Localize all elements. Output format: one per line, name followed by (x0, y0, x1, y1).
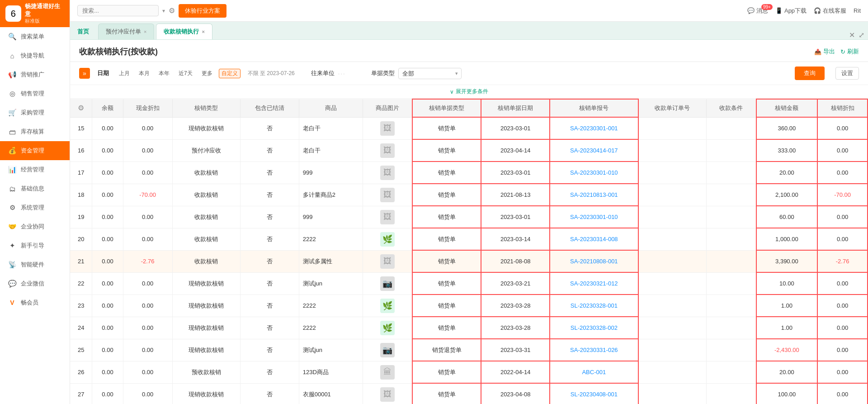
cell-bill-report-date: 2021-08-08 (481, 250, 550, 272)
sidebar-item-enterprise[interactable]: 🤝 企业协同 (0, 217, 70, 236)
cell-writeoff-amount: 100.00 (756, 383, 818, 404)
sidebar-item-marketing[interactable]: 📢 营销推广 (0, 65, 70, 84)
table-row: 15 0.00 0.00 现销收款核销 否 老白干 🖼 销货单 2023-03-… (70, 117, 868, 139)
cell-bill-report-no[interactable]: SL-20230328-002 (550, 317, 638, 339)
sidebar-item-guide[interactable]: ✦ 新手引导 (0, 236, 70, 255)
sidebar-item-finance[interactable]: 💰 资金管理 (0, 141, 70, 160)
cell-bill-report-no[interactable]: SA-20210808-001 (550, 250, 638, 272)
message-icon: 💬 (747, 7, 755, 14)
message-badge[interactable]: 💬 消息 99+ (747, 7, 768, 15)
col-settings[interactable]: ⚙ (70, 99, 92, 117)
sidebar-item-label: 库存核算 (21, 128, 44, 136)
cell-product-img: 🌿 (363, 295, 412, 317)
cell-balance: 0.00 (92, 295, 123, 317)
sidebar-item-basic[interactable]: 🗂 基础信息 (0, 179, 70, 198)
date-more[interactable]: 更多 (199, 69, 215, 78)
tab-home[interactable]: 首页 (70, 24, 96, 39)
cell-receipt-condition (707, 317, 756, 339)
cell-writeoff-type: 现销收款核销 (172, 339, 240, 361)
cell-bill-report-no[interactable]: ABC-001 (550, 361, 638, 383)
date-this-year[interactable]: 本年 (156, 69, 172, 78)
cell-bill-report-no[interactable]: SA-20230301-001 (550, 117, 638, 139)
export-button[interactable]: 📤 导出 (814, 48, 835, 56)
cell-bill-report-date: 2023-03-31 (481, 339, 550, 361)
cell-include-cleared: 否 (240, 139, 299, 162)
cell-bill-report-no[interactable]: SA-20230301-010 (550, 206, 638, 228)
date-custom[interactable]: 自定义 (219, 69, 241, 78)
tab-prepay-close[interactable]: × (144, 29, 146, 34)
sidebar-item-label: 企业协同 (21, 223, 44, 231)
sidebar-item-shortcut[interactable]: ⌂ 快捷导航 (0, 46, 70, 65)
date-7days[interactable]: 近7天 (176, 69, 195, 78)
query-button[interactable]: 查询 (795, 67, 825, 80)
cell-bill-report-no[interactable]: SA-20230331-026 (550, 339, 638, 361)
cell-receipt-condition (707, 339, 756, 361)
sidebar-item-wechat[interactable]: 💬 企业微信 (0, 274, 70, 293)
cell-receipt-condition (707, 295, 756, 317)
table-settings-icon[interactable]: ⚙ (78, 104, 84, 112)
dropdown-icon[interactable]: ▾ (162, 8, 165, 14)
tab-writeoff[interactable]: 收款核销执行 × (156, 24, 212, 39)
tab-writeoff-close[interactable]: × (202, 29, 204, 34)
sidebar-item-search[interactable]: 🔍 搜索菜单 (0, 27, 70, 46)
bill-type-select[interactable]: 全部 销货单 销货退货单 (398, 68, 462, 79)
cell-bill-report-type: 销货单 (412, 317, 481, 339)
product-image: 🏛 (380, 365, 395, 380)
cell-product: 测试jun (299, 272, 363, 295)
system-icon: ⚙ (8, 204, 16, 212)
user-label[interactable]: Rit (854, 7, 861, 14)
sidebar-item-business[interactable]: 📊 经营管理 (0, 160, 70, 179)
cell-bill-report-no[interactable]: SL-20230408-001 (550, 383, 638, 404)
tab-close-all-icon[interactable]: ✕ (849, 31, 855, 39)
refresh-button[interactable]: ↻ 刷新 (840, 48, 859, 56)
cell-include-cleared: 否 (240, 272, 299, 295)
cell-include-cleared: 否 (240, 117, 299, 139)
cell-bill-report-no[interactable]: SA-20230321-012 (550, 272, 638, 295)
cell-bill-report-no[interactable]: SA-20230414-017 (550, 139, 638, 162)
content-area: 收款核销执行(按收款) 📤 导出 ↻ 刷新 » 日期 上月 本月 (70, 40, 868, 404)
cell-balance: 0.00 (92, 228, 123, 250)
cell-cash-discount: 0.00 (123, 162, 172, 184)
refresh-label: 刷新 (847, 48, 859, 56)
cell-bill-report-date: 2023-03-21 (481, 272, 550, 295)
tab-restore-icon[interactable]: ⤢ (859, 31, 864, 39)
gear-icon[interactable]: ⚙ (169, 6, 175, 15)
sidebar-item-sales[interactable]: ◎ 销售管理 (0, 84, 70, 103)
date-this-month[interactable]: 本月 (136, 69, 152, 78)
filter-settings-button[interactable]: 设置 (835, 67, 859, 80)
cell-seq: 16 (70, 139, 92, 162)
cell-writeoff-type: 收款核销 (172, 184, 240, 206)
col-include-cleared: 包含已结清 (240, 99, 299, 117)
sidebar-item-system[interactable]: ⚙ 系统管理 (0, 198, 70, 217)
cell-writeoff-discount: 0.00 (817, 272, 868, 295)
cell-writeoff-type: 现销收款核销 (172, 295, 240, 317)
cell-writeoff-type: 现销收款核销 (172, 272, 240, 295)
cell-writeoff-type: 现销收款核销 (172, 383, 240, 404)
cell-writeoff-amount: 333.00 (756, 139, 818, 162)
table-row: 23 0.00 0.00 现销收款核销 否 2222 🌿 销货单 2023-03… (70, 295, 868, 317)
cell-bill-report-type: 销货单 (412, 184, 481, 206)
cell-bill-report-type: 销货单 (412, 139, 481, 162)
date-last-month[interactable]: 上月 (116, 69, 132, 78)
cell-bill-report-no[interactable]: SA-20230301-010 (550, 162, 638, 184)
sidebar-item-hardware[interactable]: 📡 智能硬件 (0, 255, 70, 274)
filter-expand-btn[interactable]: » (79, 68, 90, 79)
sidebar-item-label: 智能硬件 (21, 261, 44, 269)
cell-bill-report-no[interactable]: SA-20210813-001 (550, 184, 638, 206)
expand-more-bar[interactable]: ∨ 展开更多条件 (70, 85, 868, 99)
sidebar-item-member[interactable]: V 畅会员 (0, 293, 70, 312)
sidebar-item-inventory[interactable]: 🗃 库存核算 (0, 122, 70, 141)
tab-prepay[interactable]: 预付冲应付单 × (98, 24, 154, 39)
cell-bill-report-no[interactable]: SA-20230314-008 (550, 228, 638, 250)
cell-product: 123D商品 (299, 361, 363, 383)
sidebar-item-purchase[interactable]: 🛒 采购管理 (0, 103, 70, 122)
sidebar-item-label: 企业微信 (21, 280, 44, 288)
cell-bill-report-no[interactable]: SL-20230328-001 (550, 295, 638, 317)
cell-seq: 17 (70, 162, 92, 184)
industry-solution-button[interactable]: 休验行业方案 (179, 4, 226, 18)
table-row: 19 0.00 0.00 收款核销 否 999 🖼 销货单 2023-03-01… (70, 206, 868, 228)
cell-writeoff-amount: 1.00 (756, 295, 818, 317)
app-download-link[interactable]: 📱 App下载 (775, 7, 807, 15)
online-service-link[interactable]: 🎧 在线客服 (814, 7, 846, 15)
search-input[interactable] (77, 5, 159, 16)
